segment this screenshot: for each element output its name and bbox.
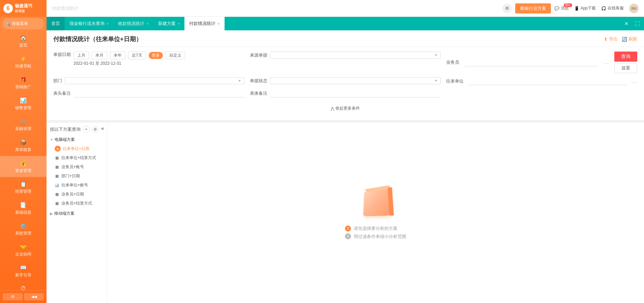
mobile-group-title[interactable]: ▶ 移动端方案 — [47, 209, 107, 218]
date-this-year[interactable]: 本年 — [110, 52, 125, 59]
active-indicator: ● — [55, 146, 61, 152]
collapse-sidebar-btn[interactable]: ◀◀ — [24, 293, 44, 300]
sidebar-item-quick-nav[interactable]: ⚡ 快捷导航 — [0, 52, 47, 72]
page-header-actions: ⬆ 导出 🔄 刷新 — [604, 36, 637, 42]
sidebar-item-home[interactable]: 🏠 首页 — [0, 31, 47, 52]
sidebar-logo: 6 畅捷通巧 标准版 — [0, 0, 47, 17]
content-body: 按以下方案查询 + ⚙ ◀ ▼ 电脑端方案 ● 往来单位+日期 — [47, 123, 644, 303]
scheme-item-dept-date[interactable]: ▦ 部门+日期 — [47, 172, 107, 181]
collapse-more-btn[interactable]: ⋀ 收起更多条件 — [327, 104, 364, 113]
staff-input[interactable] — [465, 58, 598, 66]
sidebar-item-sales[interactable]: 📊 销售管理 — [0, 93, 47, 114]
sidebar-item-operation[interactable]: 📋 经营管理 — [0, 177, 47, 198]
refresh-btn[interactable]: 🔄 刷新 — [622, 36, 637, 42]
topbar-settings-btn[interactable]: ⚙ — [502, 4, 512, 13]
scheme-collapse-btn[interactable]: ◀ — [100, 126, 104, 133]
tab-receipt-label: 收款情况统计 — [118, 21, 144, 27]
partner-label: 往来单位 — [446, 78, 464, 84]
date-last-month[interactable]: 上月 — [74, 52, 89, 59]
sidebar-item-hardware[interactable]: ⏱ 智能硬件 — [0, 281, 47, 290]
collapse-label: 收起更多条件 — [335, 105, 360, 111]
sidebar-item-cooperation[interactable]: 🤝 企业协同 — [0, 240, 47, 261]
scheme-item-partner-account[interactable]: 📊 往来单位+账号 — [47, 181, 107, 190]
export-label: 导出 — [609, 36, 618, 42]
sidebar-nav: 🏠 首页 ⚡ 快捷导航 🎁 营销推广 📊 销售管理 🛒 采购管理 📦 库存核算 … — [0, 31, 47, 290]
close-all-tabs-btn[interactable]: ✕ — [622, 20, 631, 28]
doc-status-select[interactable]: ▼ — [270, 77, 441, 84]
date-this-month[interactable]: 本月 — [92, 52, 107, 59]
filter-cell-partner: 往来单位 … — [446, 77, 637, 85]
scheme-icon-dept-date: ▦ — [55, 174, 59, 179]
message-btn[interactable]: 💬 消息 99+ — [554, 5, 569, 11]
tab-home-label: 首页 — [51, 21, 60, 27]
sidebar-item-finance[interactable]: 💰 资金管理 — [0, 156, 47, 177]
scheme-item-staff-date[interactable]: ▦ 业务员+日期 — [47, 190, 107, 199]
scheme-settings-btn[interactable]: ⚙ — [92, 126, 98, 133]
marketing-icon: 🎁 — [20, 76, 27, 83]
scheme-group-desktop: ▼ 电脑端方案 ● 往来单位+日期 ▦ 往来单位+结算方式 ▦ 业务员+账号 — [47, 135, 107, 208]
sidebar-item-purchase[interactable]: 🛒 采购管理 — [0, 114, 47, 135]
tab-bank[interactable]: 现金银行流水查询 × — [65, 17, 113, 30]
scheme-item-staff-settle-label: 业务员+结算方式 — [61, 201, 92, 206]
sidebar-item-system[interactable]: ⚙️ 系统管理 — [0, 219, 47, 240]
staff-more-btn[interactable]: … — [604, 59, 609, 65]
sidebar-item-marketing[interactable]: 🎁 营销推广 — [0, 72, 47, 93]
date-more[interactable]: 更多 — [149, 52, 163, 59]
sidebar-label-operation: 经营管理 — [15, 189, 31, 194]
quick-nav-icon: ⚡ — [20, 55, 27, 62]
source-label: 来源单据 — [250, 52, 267, 58]
search-label: 搜索菜单 — [12, 21, 28, 27]
app-download-btn[interactable]: 📱 App下载 — [574, 5, 596, 11]
topbar-right: 💬 消息 99+ 📱 App下载 🎧 在线客服 Rit — [554, 4, 639, 13]
tab-payment-close[interactable]: × — [217, 22, 219, 26]
empty-state: 1 请先选择要分析的方案 2 用过滤条件来缩小分析范围 — [345, 185, 406, 240]
body-note-input[interactable] — [270, 89, 441, 97]
scheme-item-staff-account[interactable]: ▦ 业务员+账号 — [47, 162, 107, 172]
settings-bottom-btn[interactable]: ⚙ — [3, 293, 23, 300]
doc-status-arrow: ▼ — [434, 79, 438, 83]
sidebar-item-guide[interactable]: 📖 新手引导 — [0, 261, 47, 281]
header-note-input[interactable] — [74, 89, 244, 97]
partner-more-btn[interactable]: … — [632, 78, 637, 84]
tab-new-close[interactable]: × — [178, 22, 180, 26]
dept-select[interactable]: ▼ — [65, 77, 244, 84]
sidebar-item-inventory[interactable]: 📦 库存核算 — [0, 135, 47, 156]
sidebar: 6 畅捷通巧 标准版 🔍 搜索菜单 🏠 首页 ⚡ 快捷导航 🎁 营销推广 📊 销… — [0, 0, 47, 303]
tab-bank-close[interactable]: × — [107, 22, 109, 26]
partner-input[interactable] — [469, 77, 626, 85]
message-icon: 💬 — [554, 6, 559, 11]
empty-tip2-label: 用过滤条件来缩小分析范围 — [354, 233, 406, 240]
sidebar-item-basic[interactable]: 📑 基础信息 — [0, 198, 47, 219]
tab-new[interactable]: 新建方案 × — [153, 17, 184, 30]
search-menu[interactable]: 🔍 搜索菜单 — [3, 18, 44, 29]
scheme-item-partner-date[interactable]: ● 往来单位+日期 — [47, 144, 107, 153]
app-download-icon: 📱 — [574, 6, 579, 11]
export-icon: ⬆ — [604, 37, 608, 42]
page-content: 付款情况统计（往来单位+日期） ⬆ 导出 🔄 刷新 单据日期 — [47, 30, 644, 303]
sidebar-label-sales: 销售管理 — [15, 105, 31, 111]
date-range-display: 2022-01-01 至 2022-12-31 — [74, 61, 185, 66]
expand-tabs-btn[interactable]: ⛶ — [633, 20, 641, 28]
trial-industry-btn[interactable]: 体验行业方案 — [515, 3, 551, 13]
tab-receipt[interactable]: 收款情况统计 × — [113, 17, 153, 30]
source-select[interactable]: ▼ — [270, 52, 441, 59]
scheme-item-partner-settle[interactable]: ▦ 往来单位+结算方式 — [47, 153, 107, 162]
desktop-expand-icon: ▼ — [50, 138, 53, 142]
sidebar-label-system: 系统管理 — [15, 231, 31, 236]
online-service-btn[interactable]: 🎧 在线客服 — [601, 5, 624, 11]
tab-receipt-close[interactable]: × — [146, 22, 148, 26]
staff-label: 业务员 — [446, 59, 459, 65]
desktop-group-title[interactable]: ▼ 电脑端方案 — [47, 135, 107, 144]
tab-payment[interactable]: 付款情况统计 × — [184, 17, 224, 30]
page-title: 付款情况统计（往来单位+日期） — [53, 35, 604, 43]
user-avatar[interactable]: Rit — [629, 4, 639, 13]
export-btn[interactable]: ⬆ 导出 — [604, 36, 618, 42]
filter-settings-btn[interactable]: 设置 — [614, 63, 637, 73]
date-custom[interactable]: 自定义 — [166, 52, 185, 59]
topbar-app-name: 付款情况统计 — [52, 5, 499, 11]
query-btn[interactable]: 查询 — [614, 52, 637, 62]
date-7days[interactable]: 近7天 — [128, 52, 146, 59]
tab-home[interactable]: 首页 — [47, 17, 65, 30]
scheme-add-btn[interactable]: + — [83, 126, 90, 133]
scheme-item-staff-settle[interactable]: ▦ 业务员+结算方式 — [47, 199, 107, 208]
